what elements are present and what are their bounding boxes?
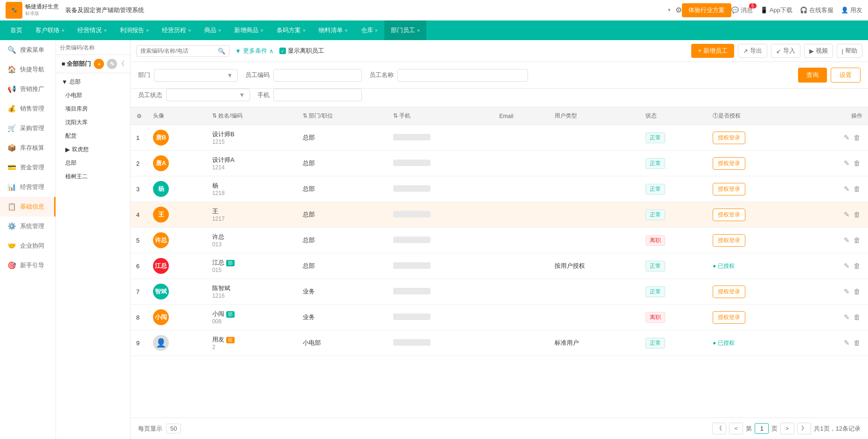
dept-tree-item-electronics[interactable]: 小电部 — [56, 89, 130, 102]
nav-item-barcode[interactable]: 条码方案 × — [270, 21, 312, 40]
sidebar-item-collab[interactable]: 🤝 企业协同 — [0, 236, 56, 256]
dept-add-icon[interactable]: + — [94, 59, 104, 69]
user-button[interactable]: 👤 用友 — [841, 6, 862, 14]
dept-edit-icon[interactable]: ✎ — [107, 59, 117, 69]
nav-item-bom[interactable]: 物料清单 × — [312, 21, 354, 40]
delete-icon[interactable]: 🗑 — [854, 133, 861, 141]
nav-item-history[interactable]: 经营历程 × — [155, 21, 197, 40]
dept-tree-item-distribution[interactable]: 配货 — [56, 129, 130, 143]
delete-icon[interactable]: 🗑 — [854, 185, 861, 193]
video-button[interactable]: ▶ 视频 — [804, 44, 833, 58]
help-button[interactable]: | 帮助 — [837, 44, 862, 58]
auth-login-button[interactable]: 授权登录 — [713, 311, 745, 324]
close-icon[interactable]: × — [417, 28, 420, 33]
nav-item-new-goods[interactable]: 新增商品 × — [228, 21, 270, 40]
first-page-button[interactable]: 《 — [712, 423, 726, 434]
col-phone[interactable]: ⇅ 手机 — [388, 107, 494, 125]
delete-icon[interactable]: 🗑 — [854, 262, 861, 270]
edit-icon[interactable]: ✎ — [844, 159, 850, 167]
auth-login-button[interactable]: 授权登录 — [713, 286, 745, 298]
nav-item-dept-employee[interactable]: 部门员工 × — [384, 21, 426, 40]
dept-tree-item-planting[interactable]: 植树王二 — [56, 170, 130, 183]
nav-item-goods[interactable]: 商品 × — [198, 21, 228, 40]
next-page-button[interactable]: ＞ — [780, 423, 794, 434]
dept-tree-item-project-warehouse[interactable]: 项目库房 — [56, 102, 130, 116]
col-settings[interactable]: ⚙ — [131, 107, 147, 125]
auth-login-button[interactable]: 授权登录 — [713, 209, 745, 221]
app-download-button[interactable]: 📱 App下载 — [760, 6, 792, 14]
sidebar-item-inventory[interactable]: 📦 库存核算 — [0, 138, 56, 158]
gear-icon[interactable]: ⚙ — [675, 6, 682, 14]
set-button[interactable]: 设置 — [831, 68, 861, 83]
edit-icon[interactable]: ✎ — [844, 287, 850, 295]
close-icon[interactable]: × — [62, 28, 64, 33]
more-conditions-button[interactable]: ▼ 更多条件 ∧ — [235, 47, 274, 55]
dept-collapse-button[interactable]: 《 — [118, 60, 125, 68]
delete-icon[interactable]: 🗑 — [854, 159, 861, 167]
close-icon[interactable]: × — [146, 28, 149, 33]
query-button[interactable]: 查询 — [798, 68, 827, 83]
sidebar-item-purchase[interactable]: 🛒 采购管理 — [0, 118, 56, 138]
per-page-value[interactable]: 50 — [166, 424, 181, 433]
col-dept-position[interactable]: ⇅ 部门/职位 — [297, 107, 388, 125]
emp-status-select[interactable]: ▼ — [166, 89, 250, 101]
edit-icon[interactable]: ✎ — [844, 236, 850, 244]
auth-login-button[interactable]: 授权登录 — [713, 183, 745, 195]
auth-login-button[interactable]: 授权登录 — [713, 157, 745, 170]
message-button[interactable]: 💬 消息 5 — [731, 6, 753, 14]
export-button[interactable]: ↗ 导出 — [738, 44, 767, 58]
phone-input[interactable] — [273, 89, 362, 101]
edit-icon[interactable]: ✎ — [844, 313, 850, 321]
sidebar-item-nav[interactable]: 🏠 快捷导航 — [0, 60, 56, 79]
close-icon[interactable]: × — [188, 28, 191, 33]
edit-icon[interactable]: ✎ — [844, 133, 850, 141]
current-page[interactable]: 1 — [755, 423, 769, 434]
sidebar-item-guide[interactable]: 🎯 新手引导 — [0, 256, 56, 275]
delete-icon[interactable]: 🗑 — [854, 313, 861, 321]
delete-icon[interactable]: 🗑 — [854, 236, 861, 244]
emp-name-input[interactable] — [397, 69, 528, 82]
close-icon[interactable]: × — [303, 28, 306, 33]
close-icon[interactable]: × — [218, 28, 221, 33]
emp-code-input[interactable] — [273, 69, 362, 82]
last-page-button[interactable]: 》 — [797, 423, 811, 434]
prev-page-button[interactable]: ＜ — [729, 423, 743, 434]
search-submit-icon[interactable]: 🔍 — [218, 48, 225, 55]
col-name-code[interactable]: ⇅ 姓名/编码 — [207, 107, 297, 125]
edit-icon[interactable]: ✎ — [844, 210, 850, 218]
nav-item-profit[interactable]: 利润报告 × — [113, 21, 155, 40]
employee-search-input[interactable] — [140, 48, 215, 54]
close-icon[interactable]: × — [345, 28, 347, 33]
nav-item-home[interactable]: 首页 — [4, 21, 29, 40]
nav-item-operations[interactable]: 经营情况 × — [71, 21, 113, 40]
system-title-dropdown[interactable]: ▼ — [667, 7, 672, 13]
delete-icon[interactable]: 🗑 — [854, 287, 861, 295]
sidebar-item-marketing[interactable]: 📢 营销推广 — [0, 79, 56, 99]
add-employee-button[interactable]: + 新增员工 — [691, 44, 734, 58]
dept-tree-item-shenyang[interactable]: 沈阳大库 — [56, 116, 130, 129]
sidebar-item-search[interactable]: 🔍 搜索菜单 — [0, 40, 56, 60]
sidebar-item-basic-info[interactable]: 📋 基础信息 — [0, 197, 56, 216]
sidebar-item-sales[interactable]: 💰 销售管理 — [0, 99, 56, 118]
auth-login-button[interactable]: 授权登录 — [713, 234, 745, 247]
close-icon[interactable]: × — [260, 28, 263, 33]
close-icon[interactable]: × — [104, 28, 106, 33]
dept-filter-select[interactable]: ▼ — [154, 69, 238, 82]
import-button[interactable]: ↙ 导入 — [771, 44, 800, 58]
edit-icon[interactable]: ✎ — [844, 339, 850, 347]
dept-tree-item-hq[interactable]: 总部 — [56, 156, 130, 170]
dept-tree-item-headquarters-root[interactable]: ▼ 总部 — [56, 75, 130, 89]
trial-button[interactable]: 体验行业方案 — [682, 3, 731, 17]
close-icon[interactable]: × — [375, 28, 378, 33]
dept-search-input[interactable] — [60, 44, 130, 51]
sidebar-item-finance[interactable]: 💳 资金管理 — [0, 158, 56, 177]
show-inactive-toggle[interactable]: ✓ 显示离职员工 — [279, 47, 324, 55]
nav-item-customer[interactable]: 客户联络 × — [29, 21, 71, 40]
sidebar-item-business[interactable]: 📊 经营管理 — [0, 177, 56, 197]
sidebar-item-system[interactable]: ⚙️ 系统管理 — [0, 216, 56, 236]
edit-icon[interactable]: ✎ — [844, 262, 850, 270]
nav-item-warehouse[interactable]: 仓库 × — [354, 21, 384, 40]
online-service-button[interactable]: 🎧 在线客服 — [800, 6, 833, 14]
edit-icon[interactable]: ✎ — [844, 185, 850, 193]
delete-icon[interactable]: 🗑 — [854, 339, 861, 347]
